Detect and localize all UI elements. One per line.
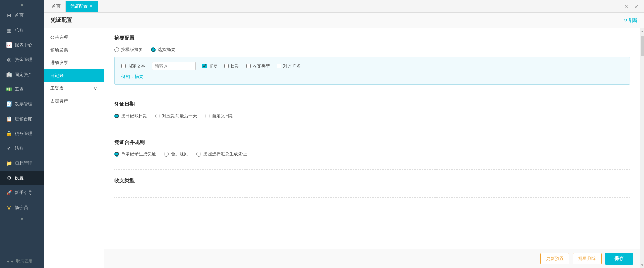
update-preset-button[interactable]: 更新预置 [540,253,569,264]
nav-public[interactable]: 公共选项 [44,31,104,44]
main-area: 首页 凭证配置 ✕ ✕ ⤢ 凭证配置 ↻ 刷新 公共选项 销项发票 进 [44,0,644,268]
purchase-icon: 📋 [6,116,12,122]
checkbox-summary[interactable]: 摘要 [202,63,218,69]
tab-close-icon[interactable]: ✕ [90,4,93,8]
checkbox-income-type[interactable]: 收支类型 [246,63,270,69]
radio-merge-rule[interactable]: 合并规则 [164,151,188,157]
sidebar-item-settings[interactable]: ⚙ 设置 [0,171,44,185]
summary-title: 摘要配置 [114,35,630,41]
guide-icon: 🚀 [6,190,12,196]
archive-icon: 📁 [6,160,12,166]
bottom-bar: 更新预置 批量删除 保存 [104,249,640,268]
sidebar-item-guide[interactable]: 🚀 新手引导 [0,185,44,200]
refresh-icon: ↻ [623,18,627,23]
sidebar-item-assets[interactable]: 🏢 固定资产 [0,67,44,82]
tab-voucher-config[interactable]: 凭证配置 ✕ [66,1,98,12]
salary-icon: 💵 [6,86,12,92]
checkbox-date[interactable]: 日期 [224,63,239,69]
date-section: 凭证日期 按日记账日期 对应期间最后一天 自定义日期 [114,101,630,131]
scroll-down-arrow[interactable]: ▼ [640,262,644,268]
date-title: 凭证日期 [114,101,630,107]
tabbar: 首页 凭证配置 ✕ ✕ ⤢ [44,0,644,13]
chevron-down-icon: ∨ [94,86,97,91]
merge-title: 凭证合并规则 [114,139,630,146]
nav-purchase-invoice[interactable]: 进项发票 [44,56,104,69]
ledger-icon: ▦ [6,27,12,33]
nav-sales-invoice[interactable]: 销项发票 [44,44,104,56]
minimize-button[interactable]: ✕ [622,3,630,10]
radio-journal-date[interactable]: 按日记账日期 [114,113,147,119]
invoice-icon: 🧾 [6,101,12,107]
maximize-button[interactable]: ⤢ [633,3,641,10]
page-header: 凭证配置 ↻ 刷新 [44,13,644,28]
sidebar: ▲ ⊞ 首页 ▦ 总账 📈 报表中心 ◎ 资金管理 🏢 固定资产 💵 工资 🧾 … [0,0,44,268]
date-radio-group: 按日记账日期 对应期间最后一天 自定义日期 [114,113,630,119]
sidebar-item-purchase[interactable]: 📋 进销台账 [0,111,44,126]
sidebar-item-vip[interactable]: V 畅会员 [0,200,44,215]
radio-last-day[interactable]: 对应期间最后一天 [155,113,197,119]
sidebar-scroll-down[interactable]: ▼ [0,215,44,223]
summary-section: 摘要配置 按模版摘要 选择摘要 [114,35,630,93]
example-text: 例如：摘要 [121,74,623,80]
assets-icon: 🏢 [6,72,12,78]
refresh-button[interactable]: ↻ 刷新 [623,17,637,24]
summary-options-group: 固定文本 摘要 日期 [114,57,630,85]
right-content: 摘要配置 按模版摘要 选择摘要 [104,28,640,249]
sidebar-item-reports[interactable]: 📈 报表中心 [0,38,44,52]
sidebar-item-ledger[interactable]: ▦ 总账 [0,23,44,38]
sidebar-item-tax[interactable]: 🔒 税务管理 [0,126,44,141]
checkbox-fixed-text[interactable]: 固定文本 [121,63,145,69]
unfix-button[interactable]: ◄◄ 取消固定 [0,254,44,268]
sidebar-item-funds[interactable]: ◎ 资金管理 [0,52,44,67]
checkbox-counterpart-name[interactable]: 对方户名 [277,63,301,69]
sidebar-item-archive[interactable]: 📁 归档管理 [0,156,44,171]
home-icon: ⊞ [6,12,12,18]
tab-home[interactable]: 首页 [47,1,66,12]
sidebar-item-invoice[interactable]: 🧾 发票管理 [0,97,44,111]
sidebar-item-close[interactable]: ✔ 结账 [0,141,44,156]
collection-title: 收支类型 [114,178,630,184]
reports-icon: 📈 [6,42,12,48]
funds-icon: ◎ [6,57,12,63]
batch-delete-button[interactable]: 批量删除 [573,253,602,264]
fixed-text-input[interactable] [152,62,196,70]
radio-custom-date[interactable]: 自定义日期 [205,113,234,119]
summary-checkboxes: 固定文本 摘要 日期 [121,62,623,70]
settings-icon: ⚙ [6,175,12,181]
sidebar-scroll-up[interactable]: ▲ [0,0,44,8]
nav-salary-table[interactable]: 工资表 ∨ [44,82,104,95]
radio-select-summary[interactable]: 选择摘要 [151,47,175,53]
save-button[interactable]: 保存 [605,253,633,265]
tabbar-actions: ✕ ⤢ [622,3,641,10]
summary-radio-group: 按模版摘要 选择摘要 [114,47,630,53]
tax-icon: 🔒 [6,131,12,137]
content-area: 公共选项 销项发票 进项发票 日记账 工资表 ∨ 固定资产 [44,28,644,268]
nav-fixed-assets[interactable]: 固定资产 [44,95,104,107]
radio-single-record[interactable]: 单条记录生成凭证 [114,151,156,157]
nav-journal[interactable]: 日记账 [44,69,104,82]
radio-template-summary[interactable]: 按模版摘要 [114,47,143,53]
pin-icon: ◄◄ [6,259,14,264]
sidebar-item-salary[interactable]: 💵 工资 [0,82,44,97]
merge-radio-group: 单条记录生成凭证 合并规则 按照选择汇总生成凭证 [114,151,630,157]
close-account-icon: ✔ [6,145,12,151]
sidebar-item-home[interactable]: ⊞ 首页 [0,8,44,23]
page-title: 凭证配置 [50,17,72,24]
scroll-up-arrow[interactable]: ▲ [640,28,644,34]
vip-icon: V [6,205,12,211]
merge-section: 凭证合并规则 单条记录生成凭证 合并规则 按照选择汇总生成凭证 [114,139,630,170]
radio-summary-generate[interactable]: 按照选择汇总生成凭证 [196,151,247,157]
collection-section: 收支类型 [114,178,630,198]
scroll-thumb[interactable] [641,36,644,56]
outer-scrollbar: ▲ ▼ [640,28,644,268]
left-nav: 公共选项 销项发票 进项发票 日记账 工资表 ∨ 固定资产 [44,28,104,268]
